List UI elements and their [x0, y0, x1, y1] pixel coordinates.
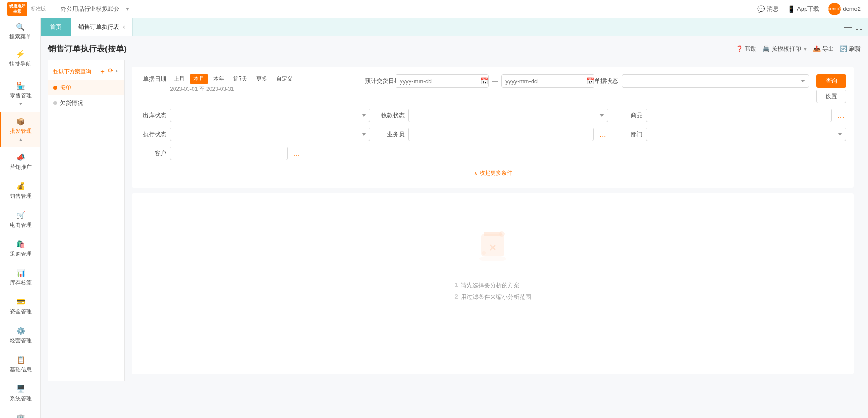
collapse-bar[interactable]: ∧ 收起更多条件	[139, 166, 846, 180]
export-btn[interactable]: 📤 导出	[813, 45, 834, 53]
shipment-status-select[interactable]	[170, 109, 370, 122]
goods-ellipsis-btn[interactable]: …	[835, 111, 846, 119]
avatar: demo2	[828, 3, 841, 15]
sidebar-item-marketing[interactable]: 📣 营销推广	[0, 147, 40, 176]
dot-gray-icon	[53, 101, 57, 105]
panel-refresh-btn[interactable]: ⟳	[108, 67, 113, 76]
customer-input[interactable]	[170, 147, 288, 160]
operations-icon: ⚙️	[16, 327, 25, 335]
date-filter-tabs: 上月 本月 本年 近7天 更多 自定义	[170, 74, 296, 84]
sidebar-item-inventory[interactable]: 📊 库存核算	[0, 263, 40, 292]
empty-tip-2: 2 用过滤条件来缩小分析范围	[454, 293, 531, 301]
expected-date-start[interactable]	[396, 74, 489, 88]
dept-select[interactable]	[646, 128, 846, 141]
panel-header-actions: ＋ ⟳ «	[99, 67, 119, 76]
print-icon: 🖨️	[762, 45, 770, 52]
page-actions: ❓ 帮助 🖨️ 按模板打印 ▼ 📤 导出 🔄 刷新	[736, 45, 861, 53]
date-tab-custom[interactable]: 自定义	[273, 74, 296, 84]
salesman-ellipsis-btn[interactable]: …	[597, 130, 608, 138]
divider	[53, 5, 53, 13]
user-menu[interactable]: demo2 demo2	[828, 3, 861, 15]
date-tab-more[interactable]: 更多	[253, 74, 271, 84]
basic-icon: 📋	[16, 356, 25, 364]
sidebar: 🔍 搜索菜单 ⚡ 快捷导航 🏪 零售管理 ▼ 📦 批发管理 ▲ 📣 营销推广 💰…	[0, 18, 41, 418]
date-tab-this-year[interactable]: 本年	[210, 74, 228, 84]
sidebar-item-sales[interactable]: 💰 销售管理	[0, 176, 40, 205]
exec-status-select[interactable]	[170, 128, 370, 141]
goods-group: 商品 …	[615, 109, 846, 122]
chevron-up-icon: ▲	[19, 137, 23, 142]
dept-label: 部门	[615, 130, 642, 138]
sidebar-item-enterprise[interactable]: 🏢 企业协同	[0, 408, 40, 418]
finance-icon: 💳	[16, 298, 25, 306]
print-btn[interactable]: 🖨️ 按模板打印 ▼	[762, 45, 807, 53]
page-title: 销售订单执行表(按单)	[48, 43, 127, 54]
date-tab-7days[interactable]: 近7天	[230, 74, 251, 84]
collapse-label: 收起更多条件	[480, 169, 512, 177]
dept-group: 部门	[615, 128, 846, 141]
search-menu-btn[interactable]: 🔍 搜索菜单	[0, 18, 40, 45]
title-arrow-icon[interactable]: ▼	[125, 6, 130, 12]
sidebar-item-retail[interactable]: 🏪 零售管理 ▼	[0, 76, 40, 112]
inventory-icon: 📊	[16, 269, 25, 277]
salesman-group: 业务员 …	[377, 128, 609, 141]
main-layout: 🔍 搜索菜单 ⚡ 快捷导航 🏪 零售管理 ▼ 📦 批发管理 ▲ 📣 营销推广 💰…	[0, 18, 868, 418]
status-select[interactable]	[622, 74, 809, 88]
sidebar-item-finance[interactable]: 💳 资金管理	[0, 292, 40, 321]
tab-home[interactable]: 首页	[41, 18, 71, 36]
expected-date-label: 预计交货日期	[365, 77, 392, 85]
sidebar-item-purchase[interactable]: 🛍️ 采购管理	[0, 234, 40, 263]
tab-min-icon[interactable]: —	[844, 23, 852, 31]
sidebar-item-wholesale[interactable]: 📦 批发管理 ▲	[0, 112, 40, 147]
tip-text-2: 用过滤条件来缩小分析范围	[461, 293, 531, 301]
retail-icon: 🏪	[16, 81, 25, 90]
date-tab-last-month[interactable]: 上月	[170, 74, 188, 84]
purchase-icon: 🛍️	[16, 240, 25, 248]
date-label: 单据日期	[139, 75, 166, 83]
panel-collapse-btn[interactable]: «	[115, 67, 119, 76]
sidebar-item-system[interactable]: 🖥️ 系统管理	[0, 379, 40, 408]
tab-active[interactable]: 销售订单执行表 ×	[71, 18, 133, 36]
top-bar-right: 💬 消息 📱 App下载 demo2 demo2	[757, 3, 861, 15]
panel-add-btn[interactable]: ＋	[99, 67, 106, 76]
tab-max-icon[interactable]: ⛶	[855, 23, 863, 31]
exec-status-group: 执行状态	[139, 128, 370, 141]
date-separator: —	[492, 78, 498, 85]
status-group: 单据状态	[591, 74, 809, 88]
help-btn[interactable]: ❓ 帮助	[736, 45, 757, 53]
date-tab-this-month[interactable]: 本月	[190, 74, 208, 84]
plan-item-debt[interactable]: 欠货情况	[48, 95, 124, 111]
ecommerce-icon: 🛒	[16, 211, 25, 219]
payment-status-select[interactable]	[408, 109, 609, 122]
empty-tips: 1 请先选择要分析的方案 2 用过滤条件来缩小分析范围	[454, 281, 531, 301]
page-header: 销售订单执行表(按单) ❓ 帮助 🖨️ 按模板打印 ▼ 📤 导出	[48, 43, 861, 54]
sidebar-item-ecommerce[interactable]: 🛒 电商管理	[0, 205, 40, 234]
expected-date-end[interactable]	[501, 74, 594, 88]
salesman-input[interactable]	[408, 128, 594, 141]
empty-illustration	[470, 220, 515, 274]
sidebar-item-basic[interactable]: 📋 基础信息	[0, 350, 40, 379]
search-btn[interactable]: 查询	[816, 74, 846, 88]
logo-subtitle: 标准版	[31, 5, 46, 12]
refresh-btn[interactable]: 🔄 刷新	[840, 45, 861, 53]
app-download-btn[interactable]: 📱 App下载	[788, 5, 819, 13]
plan-item-order[interactable]: 按单	[48, 80, 124, 95]
quick-nav-btn[interactable]: ⚡ 快捷导航	[0, 45, 40, 72]
message-btn[interactable]: 💬 消息	[757, 5, 778, 13]
help-icon: ❓	[736, 45, 743, 52]
goods-input[interactable]	[646, 109, 832, 122]
tip-num-1: 1	[454, 281, 458, 288]
goods-label: 商品	[615, 111, 642, 119]
sidebar-item-operations[interactable]: ⚙️ 经营管理	[0, 321, 40, 350]
empty-tip-1: 1 请先选择要分析的方案	[454, 281, 531, 290]
enterprise-icon: 🏢	[16, 413, 25, 418]
tab-close-btn[interactable]: ×	[122, 24, 125, 30]
expected-date-group: 预计交货日期 📅 — 📅	[365, 74, 583, 88]
svg-point-6	[482, 251, 486, 255]
top-bar-left: 畅捷通好生意 标准版 办公用品行业模拟账套 ▼	[7, 2, 130, 16]
marketing-icon: 📣	[16, 153, 25, 162]
tab-bar: 首页 销售订单执行表 × — ⛶	[41, 18, 868, 36]
exec-status-label: 执行状态	[139, 130, 166, 138]
customer-ellipsis-btn[interactable]: …	[291, 149, 302, 157]
settings-btn[interactable]: 设置	[816, 90, 846, 103]
